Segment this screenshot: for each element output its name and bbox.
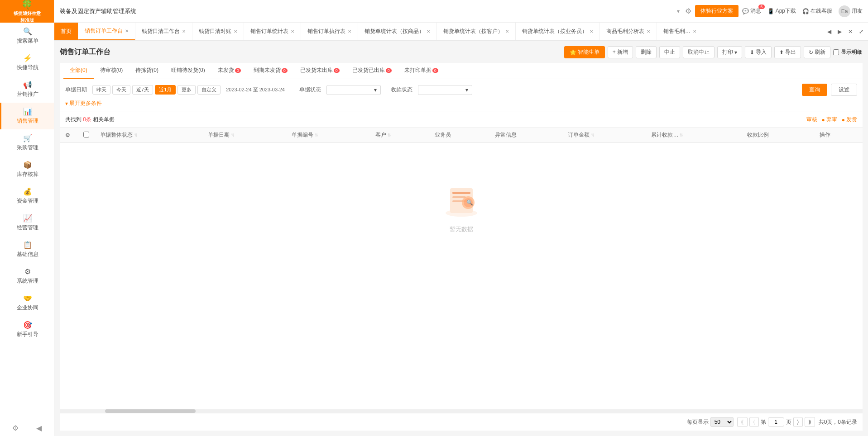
- sub-tab-到期未发货[interactable]: 到期未发货0: [247, 63, 294, 79]
- query-btn[interactable]: 查询: [802, 84, 827, 96]
- tab-close-cash-reconcile[interactable]: ✕: [234, 29, 237, 34]
- select-all-checkbox[interactable]: [83, 132, 89, 137]
- smart-create-btn[interactable]: ⭐ 智能生单: [564, 46, 605, 58]
- topbar-icons: 💬 消息 6 📱 App下载 🎧 在线客服 Ea 用友: [742, 5, 863, 17]
- tab-cash-reconcile[interactable]: 钱货日清对账✕: [192, 23, 244, 40]
- sidebar-item-search[interactable]: 🔍 搜索菜单: [0, 23, 54, 49]
- add-btn[interactable]: + 新增: [608, 46, 633, 58]
- detail-checkbox[interactable]: [833, 49, 839, 55]
- stop-btn[interactable]: 中止: [659, 46, 680, 58]
- date-btn-自定义[interactable]: 自定义: [197, 85, 221, 95]
- sub-tab-未发货[interactable]: 未发货0: [211, 63, 247, 79]
- sidebar-item-inventory[interactable]: 📦 库存核算: [0, 156, 54, 183]
- per-page-select[interactable]: 50 10 20 100: [710, 417, 734, 427]
- sidebar-item-quick-nav[interactable]: ⚡ 快捷导航: [0, 49, 54, 76]
- date-range: 2023-02-24 至 2023-03-24: [226, 86, 285, 93]
- tab-expand-icon[interactable]: ⤢: [856, 27, 866, 37]
- page-suffix: 页: [786, 418, 791, 426]
- th-customer: 客户⇅: [370, 128, 429, 143]
- message-icon-item[interactable]: 💬 消息 6: [742, 7, 761, 15]
- page-input[interactable]: [768, 417, 784, 427]
- ship-btn[interactable]: ● 发货: [842, 116, 857, 123]
- sidebar-item-enterprise[interactable]: 🤝 企业协同: [0, 289, 54, 316]
- tab-close-profit-analysis[interactable]: ✕: [647, 29, 650, 34]
- tab-close-sales-order[interactable]: ✕: [125, 28, 129, 33]
- sub-tab-已发货已出库[interactable]: 已发货已出库0: [346, 63, 398, 79]
- tab-close-goods-stat[interactable]: ✕: [427, 29, 430, 34]
- expand-more-btn[interactable]: ▾ 展开更多条件: [65, 100, 857, 107]
- tab-sales-stat[interactable]: 销售订单统计表✕: [244, 23, 301, 40]
- payment-select[interactable]: ▾: [418, 85, 472, 95]
- nav-label-purchase: 采购管理: [17, 144, 38, 152]
- sub-tab-全部[interactable]: 全部(0): [63, 63, 94, 79]
- online-support-item[interactable]: 🎧 在线客服: [802, 7, 832, 15]
- sub-tab-未打印单据[interactable]: 未打印单据0: [398, 63, 445, 79]
- date-btn-更多[interactable]: 更多: [177, 85, 196, 95]
- date-btn-近7天[interactable]: 近7天: [132, 85, 153, 95]
- tab-close-customer-stat[interactable]: ✕: [505, 29, 509, 34]
- export-btn[interactable]: ⬆ 导出: [774, 46, 801, 58]
- app-download-item[interactable]: 📱 App下载: [767, 7, 796, 15]
- import-btn[interactable]: ⬇ 导入: [745, 46, 772, 58]
- settings-icon[interactable]: ⚙: [12, 424, 19, 432]
- sidebar-item-finance[interactable]: 💰 资金管理: [0, 183, 54, 209]
- tab-sales-exec[interactable]: 销售订单执行表✕: [301, 23, 358, 40]
- settings-col-icon[interactable]: ⚙: [65, 132, 70, 138]
- sidebar-item-operation[interactable]: 📈 经营管理: [0, 209, 54, 236]
- sidebar-item-marketing[interactable]: 📢 营销推广: [0, 76, 54, 103]
- date-btn-近1月[interactable]: 近1月: [155, 85, 176, 95]
- tab-profit-analysis[interactable]: 商品毛利分析表✕: [600, 23, 657, 40]
- sub-tab-待拣货[interactable]: 待拣货(0): [129, 63, 165, 79]
- dropdown-icon[interactable]: ▾: [677, 8, 680, 14]
- sidebar-item-sales[interactable]: 📊 销售管理: [0, 103, 54, 129]
- sub-tab-旺铺待发货[interactable]: 旺铺待发货(0): [165, 63, 211, 79]
- sidebar-item-guide[interactable]: 🎯 新手引导: [0, 316, 54, 343]
- sidebar-item-purchase[interactable]: 🛒 采购管理: [0, 129, 54, 156]
- tab-customer-stat[interactable]: 销货单统计表（按客户）✕: [437, 23, 516, 40]
- sub-tab-已发货未出库[interactable]: 已发货未出库0: [294, 63, 346, 79]
- tab-cash-daily[interactable]: 钱货日清工作台✕: [135, 23, 192, 40]
- tab-sales-order[interactable]: 销售订单工作台✕: [78, 23, 135, 40]
- setting-btn[interactable]: 设置: [831, 84, 857, 96]
- tab-sales-profit[interactable]: 销售毛利…✕: [657, 23, 703, 40]
- tab-close-cash-daily[interactable]: ✕: [182, 29, 186, 34]
- sidebar-item-system[interactable]: ⚙ 系统管理: [0, 263, 54, 289]
- tab-close-all-icon[interactable]: ✕: [845, 27, 855, 37]
- tab-next-icon[interactable]: ▶: [835, 27, 844, 37]
- th-salesman: 业务员: [429, 128, 490, 143]
- sub-tab-待审核[interactable]: 待审核(0): [94, 63, 129, 79]
- tab-salesman-stat[interactable]: 销货单统计表（按业务员）✕: [516, 23, 600, 40]
- reject-btn[interactable]: ● 弃审: [822, 116, 837, 123]
- tab-close-sales-stat[interactable]: ✕: [291, 29, 294, 34]
- nav-icon-finance: 💰: [23, 187, 32, 196]
- page-last-btn[interactable]: ⟫: [805, 417, 815, 427]
- delete-btn[interactable]: 删除: [636, 46, 657, 58]
- status-select[interactable]: ▾: [326, 85, 381, 95]
- detail-checkbox-label[interactable]: 显示明细: [833, 48, 863, 56]
- page-prev-btn[interactable]: ⟨: [749, 417, 759, 427]
- date-btn-今天[interactable]: 今天: [112, 85, 130, 95]
- audit-btn[interactable]: 审核: [806, 116, 817, 123]
- horizontal-scrollbar[interactable]: [60, 409, 863, 413]
- collapse-icon[interactable]: ◀: [36, 424, 42, 432]
- cancel-stop-btn[interactable]: 取消中止: [683, 46, 715, 58]
- refresh-btn[interactable]: ↻ 刷新: [804, 46, 830, 58]
- settings-icon[interactable]: ⚙: [685, 7, 691, 15]
- tab-home[interactable]: 首页: [54, 23, 78, 40]
- sidebar-bottom: ⚙ ◀: [0, 420, 54, 436]
- scrollbar-thumb[interactable]: [105, 409, 196, 413]
- date-btn-昨天[interactable]: 昨天: [92, 85, 110, 95]
- print-btn[interactable]: 打印 ▾: [717, 46, 742, 58]
- page-next-btn[interactable]: ⟩: [793, 417, 803, 427]
- industry-btn[interactable]: 体验行业方案: [695, 5, 739, 17]
- tab-goods-stat[interactable]: 销货单统计表（按商品）✕: [358, 23, 437, 40]
- tab-close-sales-profit[interactable]: ✕: [693, 29, 696, 34]
- user-item[interactable]: Ea 用友: [839, 5, 863, 17]
- page-content: 销售订单工作台 ⭐ 智能生单 + 新增 删除 中止 取消中止 打印 ▾ ⬇ 导入…: [54, 41, 868, 436]
- tab-prev-icon[interactable]: ◀: [825, 27, 834, 37]
- tab-close-salesman-stat[interactable]: ✕: [590, 29, 593, 34]
- sidebar-item-basic[interactable]: 📋 基础信息: [0, 236, 54, 263]
- app-download-label: App下载: [776, 7, 796, 15]
- tab-close-sales-exec[interactable]: ✕: [348, 29, 351, 34]
- page-first-btn[interactable]: ⟪: [737, 417, 748, 427]
